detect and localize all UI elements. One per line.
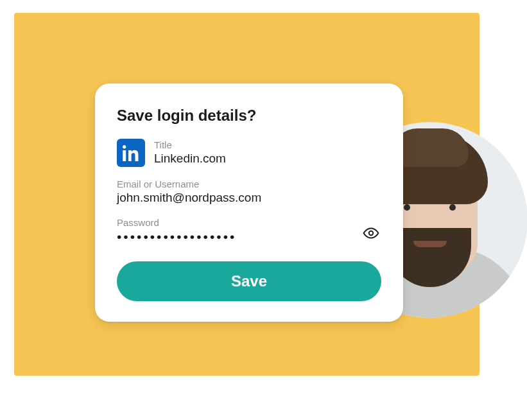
username-field[interactable]: Email or Username john.smith@nordpass.co… (117, 179, 381, 206)
show-password-toggle[interactable] (361, 224, 381, 245)
illustration-background: Save login details? Title Linkedin.com E… (14, 13, 479, 376)
dialog-title: Save login details? (117, 107, 381, 125)
title-value: Linkedin.com (154, 151, 226, 166)
username-value: john.smith@nordpass.com (117, 190, 381, 206)
svg-point-0 (369, 231, 374, 236)
username-label: Email or Username (117, 179, 381, 190)
password-value-masked: •••••••••••••••••• (117, 229, 361, 245)
title-label: Title (154, 139, 226, 151)
eye-icon (363, 225, 379, 244)
password-label: Password (117, 217, 361, 229)
password-field[interactable]: Password •••••••••••••••••• (117, 217, 361, 245)
save-login-dialog: Save login details? Title Linkedin.com E… (95, 83, 403, 322)
linkedin-icon (117, 139, 145, 167)
title-field[interactable]: Title Linkedin.com (117, 139, 381, 167)
save-button[interactable]: Save (117, 261, 381, 301)
